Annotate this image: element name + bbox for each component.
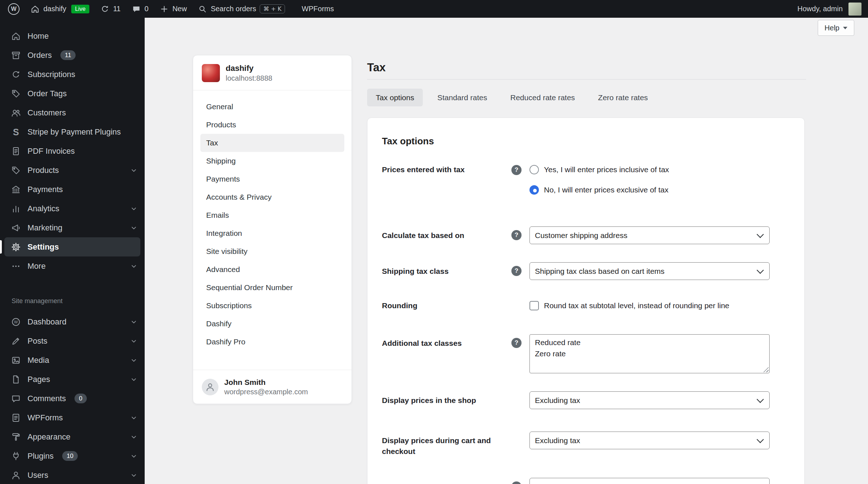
sidebar-item-customers[interactable]: Customers bbox=[0, 103, 145, 122]
plus-icon bbox=[159, 4, 169, 14]
settings-nav-sequential-order-number[interactable]: Sequential Order Number bbox=[200, 279, 344, 297]
comments-count: 0 bbox=[145, 5, 149, 13]
sidebar-item-appearance[interactable]: Appearance bbox=[0, 427, 145, 446]
sidebar-item-home[interactable]: Home bbox=[0, 26, 145, 46]
sidebar-item-settings[interactable]: Settings bbox=[4, 237, 140, 256]
settings-nav-payments[interactable]: Payments bbox=[200, 170, 344, 188]
chevron-down-icon bbox=[130, 453, 137, 460]
price-display-suffix-input[interactable] bbox=[529, 478, 770, 484]
sidebar-item-orders[interactable]: Orders 11 bbox=[0, 46, 145, 65]
radio-prices-inclusive[interactable]: Yes, I will enter prices inclusive of ta… bbox=[529, 164, 770, 175]
new-content-button[interactable]: New bbox=[159, 4, 187, 14]
rounding-checkbox-row[interactable]: Round tax at subtotal level, instead of … bbox=[529, 300, 770, 311]
user-email: wordpress@example.com bbox=[224, 387, 308, 396]
comments-indicator[interactable]: 0 bbox=[132, 4, 149, 14]
analytics-icon bbox=[11, 204, 21, 214]
tab-reduced-rate-rates[interactable]: Reduced rate rates bbox=[502, 89, 584, 106]
sidebar-item-more[interactable]: More bbox=[0, 256, 145, 276]
page-title: Tax bbox=[367, 61, 806, 74]
marketing-icon bbox=[11, 223, 21, 233]
settings-nav-dashify-pro[interactable]: Dashify Pro bbox=[200, 333, 344, 351]
settings-nav-general[interactable]: General bbox=[200, 98, 344, 116]
sidebar-item-order-tags[interactable]: Order Tags bbox=[0, 84, 145, 103]
tax-tabs: Tax options Standard rates Reduced rate … bbox=[367, 89, 806, 106]
tab-standard-rates[interactable]: Standard rates bbox=[429, 89, 496, 106]
chevron-down-icon bbox=[130, 205, 137, 212]
sidebar-item-users[interactable]: Users bbox=[0, 466, 145, 484]
admin-bar-left: W dashify Live 11 0 New Search orders bbox=[0, 3, 334, 15]
help-button[interactable]: Help bbox=[818, 20, 854, 36]
updates-indicator[interactable]: 11 bbox=[100, 4, 121, 14]
settings-nav-advanced[interactable]: Advanced bbox=[200, 260, 344, 279]
help-icon[interactable] bbox=[511, 338, 522, 348]
field-price-display-suffix: Price display suffix bbox=[382, 478, 790, 484]
sidebar-item-marketing[interactable]: Marketing bbox=[0, 218, 145, 237]
settings-nav-accounts-privacy[interactable]: Accounts & Privacy bbox=[200, 188, 344, 206]
site-home-link[interactable]: dashify Live bbox=[30, 4, 89, 14]
help-icon[interactable] bbox=[511, 230, 522, 240]
settings-nav-subscriptions[interactable]: Subscriptions bbox=[200, 297, 344, 315]
caret-down-icon bbox=[843, 27, 847, 29]
sidebar-item-analytics[interactable]: Analytics bbox=[0, 199, 145, 218]
shipping-tax-class-select[interactable]: Shipping tax class based on cart items bbox=[529, 262, 770, 280]
sidebar-item-products[interactable]: Products bbox=[0, 161, 145, 180]
field-additional-tax-classes: Additional tax classes Reduced rate Zero… bbox=[382, 334, 790, 373]
media-icon bbox=[11, 355, 21, 365]
sidebar-item-payments[interactable]: Payments bbox=[0, 180, 145, 199]
help-icon[interactable] bbox=[511, 481, 522, 484]
wordpress-logo-icon[interactable]: W bbox=[8, 3, 20, 15]
user-avatar[interactable] bbox=[848, 3, 861, 16]
help-icon[interactable] bbox=[511, 266, 522, 276]
sidebar-item-wpforms[interactable]: WPForms bbox=[0, 408, 145, 427]
settings-nav-emails[interactable]: Emails bbox=[200, 206, 344, 224]
settings-nav-site-visibility[interactable]: Site visibility bbox=[200, 242, 344, 260]
search-orders-button[interactable]: Search orders ⌘ + K bbox=[198, 4, 285, 14]
plugins-icon bbox=[11, 451, 21, 461]
sidebar-item-posts[interactable]: Posts bbox=[0, 331, 145, 351]
tab-zero-rate-rates[interactable]: Zero rate rates bbox=[590, 89, 657, 106]
settings-nav-integration[interactable]: Integration bbox=[200, 224, 344, 242]
svg-text:W: W bbox=[14, 320, 18, 324]
settings-nav-list: General Products Tax Shipping Payments A… bbox=[193, 90, 352, 362]
tab-tax-options[interactable]: Tax options bbox=[367, 89, 423, 106]
user-avatar bbox=[202, 379, 218, 395]
settings-nav-dashify[interactable]: Dashify bbox=[200, 315, 344, 333]
sidebar-item-label: WPForms bbox=[27, 413, 63, 423]
help-icon[interactable] bbox=[511, 165, 522, 175]
sidebar-item-label: Posts bbox=[27, 336, 47, 346]
home-icon bbox=[30, 4, 40, 14]
help-button-label: Help bbox=[825, 24, 839, 32]
radio-prices-exclusive[interactable]: No, I will enter prices exclusive of tax bbox=[529, 184, 770, 195]
sidebar-item-media[interactable]: Media bbox=[0, 351, 145, 370]
sidebar-item-plugins[interactable]: Plugins 10 bbox=[0, 446, 145, 466]
settings-nav-shipping[interactable]: Shipping bbox=[200, 152, 344, 170]
howdy-text[interactable]: Howdy, admin bbox=[797, 5, 843, 13]
sidebar-item-label: Users bbox=[27, 471, 48, 480]
sidebar-item-dashboard[interactable]: W Dashboard bbox=[0, 312, 145, 331]
search-shortcut-badge: ⌘ + K bbox=[260, 4, 285, 13]
sidebar-item-stripe[interactable]: S Stripe by Payment Plugins bbox=[0, 122, 145, 141]
display-prices-cart-select[interactable]: Excluding tax bbox=[529, 432, 770, 449]
wpforms-menu[interactable]: WPForms bbox=[302, 5, 334, 13]
sidebar-item-label: Order Tags bbox=[27, 89, 67, 98]
order-tags-icon bbox=[11, 89, 21, 99]
field-calculate-tax: Calculate tax based on Customer shipping… bbox=[382, 226, 790, 244]
dashboard-wp-icon: W bbox=[11, 317, 21, 327]
refresh-icon bbox=[100, 4, 110, 14]
calculate-tax-select[interactable]: Customer shipping address bbox=[529, 226, 770, 244]
display-prices-shop-select[interactable]: Excluding tax bbox=[529, 391, 770, 409]
settings-nav-tax[interactable]: Tax bbox=[200, 134, 344, 152]
sidebar-item-subscriptions[interactable]: Subscriptions bbox=[0, 65, 145, 84]
additional-tax-classes-textarea[interactable]: Reduced rate Zero rate bbox=[529, 334, 770, 373]
tax-options-panel: Tax options Prices entered with tax Yes,… bbox=[367, 118, 805, 484]
customers-icon bbox=[11, 108, 21, 118]
admin-bar-right: Howdy, admin bbox=[797, 3, 868, 16]
title-divider bbox=[367, 79, 806, 80]
sidebar-item-pages[interactable]: Pages bbox=[0, 370, 145, 389]
panel-heading: Tax options bbox=[382, 135, 790, 147]
display-prices-shop-label: Display prices in the shop bbox=[382, 391, 511, 406]
sidebar-item-comments[interactable]: Comments 0 bbox=[0, 389, 145, 408]
new-label: New bbox=[173, 5, 187, 13]
settings-nav-products[interactable]: Products bbox=[200, 116, 344, 134]
sidebar-item-pdf-invoices[interactable]: PDF Invoices bbox=[0, 141, 145, 161]
